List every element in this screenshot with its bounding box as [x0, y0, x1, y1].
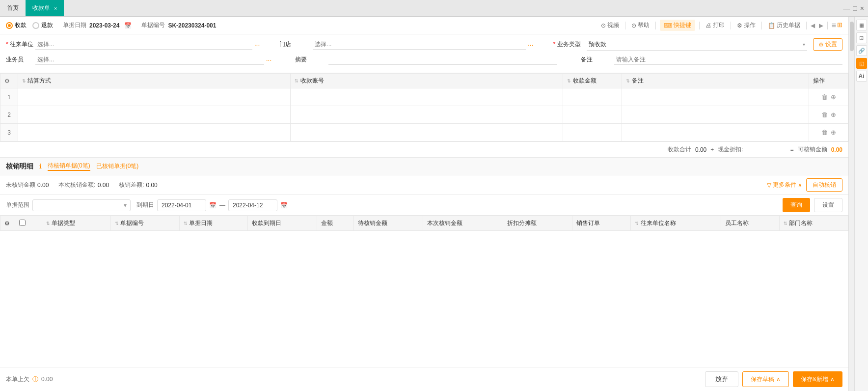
account-no-1[interactable]	[291, 88, 563, 106]
partner-input[interactable]	[35, 39, 252, 50]
date-calendar-icon[interactable]: 📅	[124, 22, 132, 29]
doc-date-sort[interactable]: ⇅	[184, 221, 188, 226]
copy-row-2-icon[interactable]: ⊕	[831, 111, 836, 118]
staff-label: 业务员	[6, 56, 35, 64]
summary-input[interactable]	[328, 55, 557, 65]
delete-row-2-icon[interactable]: 🗑	[821, 111, 828, 118]
account-no-2[interactable]	[291, 106, 563, 124]
note-1[interactable]	[622, 88, 809, 106]
layout-list-icon[interactable]: ≡	[832, 21, 836, 30]
total-value: 0.00	[695, 146, 706, 153]
tab-receipt[interactable]: 收款单 ×	[26, 0, 64, 16]
right-panel-btn-3[interactable]: 🔗	[856, 45, 867, 56]
table-gear-2-icon[interactable]: ⚙	[4, 220, 10, 227]
amount-1[interactable]	[563, 88, 622, 106]
minimize-icon[interactable]: —	[843, 4, 850, 12]
note-field: 备注	[577, 55, 842, 65]
row-ops-2: 🗑 ⊕	[813, 111, 844, 118]
shortcut-btn[interactable]: ⌨ 快捷键	[660, 20, 695, 31]
staff-dots-btn[interactable]: ···	[266, 56, 272, 64]
col-ops: 操作	[809, 74, 848, 88]
col-discount: 折扣分摊额	[503, 216, 572, 231]
delete-row-1-icon[interactable]: 🗑	[821, 93, 828, 101]
right-panel-btn-2[interactable]: ⊡	[856, 32, 867, 43]
filter-settings-btn[interactable]: 设置	[814, 198, 842, 212]
right-panel-btn-1[interactable]: ▦	[856, 20, 867, 30]
receipt-radio[interactable]: 收款	[6, 21, 27, 29]
scrollbar[interactable]	[848, 17, 854, 391]
prev-icon[interactable]: ◀	[811, 22, 815, 29]
shop-dots-btn[interactable]: ···	[528, 41, 534, 49]
diff-value: 0.00	[146, 182, 157, 189]
layout-grid-icon[interactable]: ⊞	[837, 21, 842, 30]
next-icon[interactable]: ▶	[819, 22, 823, 29]
copy-row-3-icon[interactable]: ⊕	[831, 129, 836, 136]
dept-sort[interactable]: ⇅	[784, 221, 787, 226]
save-new-btn[interactable]: 保存&新增 ∧	[793, 371, 842, 387]
info-icon[interactable]: ⓘ	[32, 375, 38, 384]
account-no-3[interactable]	[291, 124, 563, 141]
scroll-thumb[interactable]	[850, 22, 854, 51]
draft-btn[interactable]: 保存草稿 ∧	[742, 371, 789, 387]
date-from-input[interactable]	[157, 199, 206, 211]
business-type-select[interactable]: 预收款 ▾	[587, 39, 807, 51]
tab-home[interactable]: 首页	[0, 0, 26, 16]
delete-row-3-icon[interactable]: 🗑	[821, 129, 828, 136]
date-to-icon[interactable]: 📅	[280, 202, 288, 209]
date-from-icon[interactable]: 📅	[209, 202, 217, 209]
video-btn[interactable]: ⊙ 视频	[599, 21, 621, 29]
note-2[interactable]	[622, 106, 809, 124]
account-sort-icon[interactable]: ⇅	[295, 79, 298, 84]
select-all-checkbox[interactable]	[19, 220, 26, 226]
form-row-2: 业务员 ··· 摘要 备注	[6, 55, 842, 65]
history-btn[interactable]: 📋 历史单据	[766, 21, 802, 29]
amount-2[interactable]	[563, 106, 622, 124]
print-btn[interactable]: 🖨 打印	[704, 21, 727, 29]
divider7	[827, 22, 828, 29]
query-btn[interactable]: 查询	[783, 198, 810, 212]
note-input[interactable]	[614, 55, 842, 65]
current-stat: 本次核销金额: 0.00	[58, 181, 109, 189]
verification-info-icon[interactable]: ℹ	[39, 163, 42, 170]
save-new-chevron[interactable]: ∧	[830, 376, 835, 383]
settle-method-1[interactable]	[18, 88, 291, 106]
pending-tab[interactable]: 待核销单据(0笔)	[48, 162, 90, 171]
partner-sort[interactable]: ⇅	[635, 221, 639, 226]
auto-offset-btn[interactable]: 自动核销	[806, 178, 842, 192]
amount-3[interactable]	[563, 124, 622, 141]
done-tab[interactable]: 已核销单据(0笔)	[96, 162, 139, 170]
staff-input[interactable]	[35, 55, 264, 65]
settings-btn[interactable]: ⚙ 设置	[813, 38, 842, 51]
copy-row-1-icon[interactable]: ⊕	[831, 93, 836, 101]
refund-radio[interactable]: 退款	[32, 21, 53, 29]
note-sort-icon[interactable]: ⇅	[626, 79, 630, 84]
amount-sort-icon[interactable]: ⇅	[567, 79, 571, 84]
doc-num-sort[interactable]: ⇅	[115, 221, 119, 226]
col-amount: ⇅ 收款金额	[563, 74, 622, 88]
more-conditions-btn[interactable]: ▽ 更多条件 ∧	[767, 181, 802, 189]
table-gear-icon[interactable]: ⚙	[4, 78, 10, 84]
col-gear[interactable]: ⚙	[0, 74, 18, 88]
draft-chevron[interactable]: ∧	[776, 376, 781, 383]
partner-dots-btn[interactable]: ···	[254, 41, 260, 49]
note-3[interactable]	[622, 124, 809, 141]
ops-3: 🗑 ⊕	[809, 124, 848, 141]
sort-icon[interactable]: ⇅	[22, 79, 26, 84]
tab-receipt-close[interactable]: ×	[54, 5, 57, 11]
help-icon: ⊙	[631, 22, 636, 29]
close-window-icon[interactable]: ×	[860, 4, 864, 12]
operation-btn[interactable]: ⚙ 操作	[735, 21, 758, 29]
ai-btn[interactable]: Ai	[856, 71, 867, 82]
date-to-input[interactable]	[228, 199, 277, 211]
settle-method-2[interactable]	[18, 106, 291, 124]
settle-method-3[interactable]	[18, 124, 291, 141]
abandon-btn[interactable]: 放弃	[705, 371, 738, 387]
doc-type-sort[interactable]: ⇅	[46, 221, 50, 226]
range-select-wrapper	[32, 199, 131, 211]
right-panel-btn-4[interactable]: ◱	[856, 58, 867, 69]
help-btn[interactable]: ⊙ 帮助	[629, 21, 651, 29]
range-select[interactable]	[32, 199, 131, 211]
shop-input[interactable]	[313, 39, 526, 50]
discount-input[interactable]	[747, 145, 787, 154]
maximize-icon[interactable]: □	[853, 4, 857, 12]
